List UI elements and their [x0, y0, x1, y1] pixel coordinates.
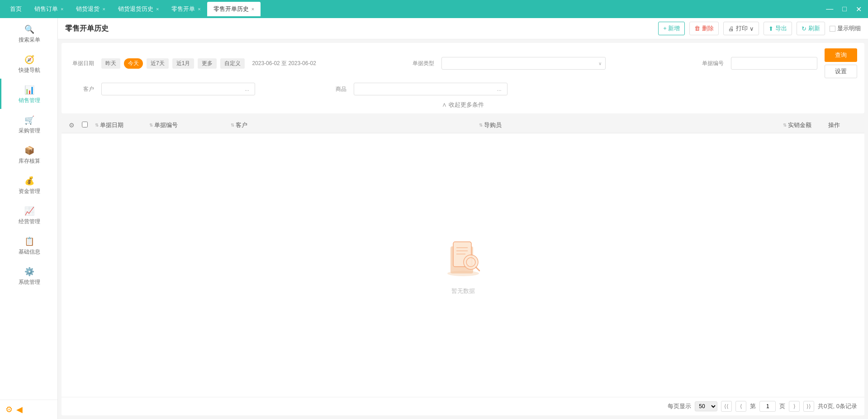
empty-illustration: [441, 235, 486, 282]
table-body: 暂无数据: [62, 133, 864, 397]
filter-row-2: 客户 ... 商品 ...: [69, 83, 857, 95]
page-label: 第: [750, 402, 756, 410]
sort-icon: ⇅: [95, 122, 99, 127]
basic-icon: 📋: [24, 236, 34, 246]
page-unit: 页: [779, 402, 785, 410]
date-today-btn[interactable]: 今天: [124, 58, 143, 69]
print-icon: 🖨: [728, 25, 734, 32]
query-button[interactable]: 查询: [825, 48, 857, 62]
window-controls: — □ ✕: [823, 4, 864, 14]
th-date[interactable]: ⇅ 单据日期: [91, 121, 146, 129]
export-button[interactable]: ⬆ 导出: [764, 22, 792, 35]
sidebar-item-system[interactable]: ⚙️ 系统管理: [0, 260, 57, 291]
customer-filter-select[interactable]: ...: [101, 83, 255, 95]
close-icon[interactable]: ×: [198, 6, 200, 12]
page-input[interactable]: [759, 401, 776, 412]
refresh-icon: ↻: [802, 25, 806, 32]
sidebar-item-operation[interactable]: 📈 经营管理: [0, 200, 57, 230]
date-1month-btn[interactable]: 近1月: [172, 58, 194, 69]
per-page-label: 每页显示: [668, 402, 691, 410]
print-button[interactable]: 🖨 打印 ∨: [723, 22, 759, 35]
num-filter-label: 单据编号: [698, 60, 724, 67]
date-custom-btn[interactable]: 自定义: [220, 58, 245, 69]
system-icon: ⚙️: [24, 267, 34, 277]
purchase-icon: 🛒: [24, 115, 34, 125]
tab-return[interactable]: 销货退货 ×: [70, 2, 111, 16]
window-close-button[interactable]: ✕: [853, 4, 864, 14]
sidebar-item-finance[interactable]: 💰 资金管理: [0, 169, 57, 200]
sidebar-bottom: ⚙ ◀: [0, 400, 57, 419]
goods-filter-select[interactable]: ...: [354, 83, 508, 95]
delete-button[interactable]: 🗑 删除: [689, 22, 719, 35]
pagination-summary: 共0页, 0条记录: [818, 402, 857, 410]
table-header: ⚙ ⇅ 单据日期 ⇅ 单据编号 ⇅ 客户 ⇅ 导购员: [62, 117, 864, 133]
th-guide[interactable]: ⇅ 导购员: [475, 121, 539, 129]
ellipsis-icon[interactable]: ...: [495, 86, 503, 92]
filter-dates: 昨天 今天 近7天 近1月 更多 自定义: [101, 58, 245, 69]
th-amount[interactable]: ⇅ 实销金额: [779, 121, 825, 129]
date-filter-label: 单据日期: [69, 60, 94, 67]
close-icon[interactable]: ×: [61, 6, 63, 12]
ellipsis-icon[interactable]: ...: [243, 86, 251, 92]
per-page-select[interactable]: 50 10 20 100: [695, 401, 717, 411]
sidebar: 🔍 搜索采单 🧭 快捷导航 📊 销售管理 🛒 采购管理 📦 库存核算 💰 资金管…: [0, 18, 58, 419]
display-checkbox[interactable]: [830, 26, 835, 32]
select-arrow-icon: ∨: [598, 61, 602, 66]
date-more-btn[interactable]: 更多: [198, 58, 217, 69]
collapse-icon[interactable]: ◀: [16, 405, 23, 414]
sidebar-item-nav[interactable]: 🧭 快捷导航: [0, 48, 57, 79]
tab-retail[interactable]: 零售开单 ×: [165, 2, 207, 16]
tab-retail-history[interactable]: 零售开单历史 ×: [207, 2, 261, 16]
close-icon[interactable]: ×: [102, 6, 105, 12]
tab-sales-order[interactable]: 销售订单 ×: [28, 2, 70, 16]
type-filter-select[interactable]: ∨: [441, 57, 606, 70]
page-prev-btn[interactable]: ⟨: [735, 401, 746, 412]
page-title: 零售开单历史: [65, 24, 653, 33]
search-icon: 🔍: [24, 24, 34, 34]
customer-filter-label: 客户: [69, 85, 94, 93]
action-buttons: 查询 设置: [825, 48, 857, 78]
th-num[interactable]: ⇅ 单据编号: [146, 121, 227, 129]
toolbar-actions: + 新增 🗑 删除 🖨 打印 ∨ ⬆ 导出 ↻ 刷新: [658, 22, 861, 35]
close-icon[interactable]: ×: [156, 6, 159, 12]
window-min-button[interactable]: —: [823, 4, 836, 14]
filter-row-1: 单据日期 昨天 今天 近7天 近1月 更多 自定义 2023-06-02 至 2…: [69, 48, 857, 78]
sidebar-item-sales[interactable]: 📊 销售管理: [0, 79, 57, 109]
close-icon[interactable]: ×: [251, 6, 254, 12]
table-gear-icon[interactable]: ⚙: [65, 122, 78, 129]
select-all-checkbox[interactable]: [82, 122, 88, 127]
sort-icon: ⇅: [783, 122, 787, 127]
page-first-btn[interactable]: ⟨⟨: [721, 401, 732, 412]
collapse-more-btn[interactable]: ∧ 收起更多条件: [69, 100, 857, 110]
sidebar-item-search[interactable]: 🔍 搜索采单: [0, 18, 57, 48]
date-7days-btn[interactable]: 近7天: [147, 58, 169, 69]
sidebar-item-basic[interactable]: 📋 基础信息: [0, 230, 57, 260]
tab-return-history[interactable]: 销货退货历史 ×: [112, 2, 165, 16]
th-customer[interactable]: ⇅ 客户: [227, 121, 475, 129]
export-icon: ⬆: [768, 25, 773, 32]
content-area: 零售开单历史 + 新增 🗑 删除 🖨 打印 ∨ ⬆ 导出 ↻: [58, 18, 868, 419]
page-last-btn[interactable]: ⟩⟩: [803, 401, 814, 412]
filter-area: 单据日期 昨天 今天 近7天 近1月 更多 自定义 2023-06-02 至 2…: [62, 43, 864, 113]
operation-icon: 📈: [24, 206, 34, 216]
date-range-display: 2023-06-02 至 2023-06-02: [252, 60, 316, 67]
sidebar-item-inventory[interactable]: 📦 库存核算: [0, 139, 57, 169]
num-filter-input[interactable]: [731, 57, 817, 70]
th-ops: 操作: [825, 121, 861, 129]
toolbar: 零售开单历史 + 新增 🗑 删除 🖨 打印 ∨ ⬆ 导出 ↻: [58, 18, 868, 39]
sort-icon: ⇅: [149, 122, 153, 127]
inventory-icon: 📦: [24, 146, 34, 155]
refresh-button[interactable]: ↻ 刷新: [797, 22, 825, 35]
setting-button[interactable]: 设置: [825, 65, 857, 78]
display-detail-toggle[interactable]: 显示明细: [830, 24, 861, 33]
sidebar-item-purchase[interactable]: 🛒 采购管理: [0, 109, 57, 139]
window-max-button[interactable]: □: [840, 4, 849, 14]
date-yesterday-btn[interactable]: 昨天: [101, 58, 120, 69]
tab-home[interactable]: 首页: [4, 2, 28, 16]
sales-icon: 📊: [24, 85, 34, 95]
svg-line-8: [476, 267, 479, 271]
page-next-btn[interactable]: ⟩: [789, 401, 800, 412]
settings-icon[interactable]: ⚙: [5, 405, 13, 414]
goods-filter-label: 商品: [321, 85, 346, 93]
add-button[interactable]: + 新增: [658, 22, 685, 35]
